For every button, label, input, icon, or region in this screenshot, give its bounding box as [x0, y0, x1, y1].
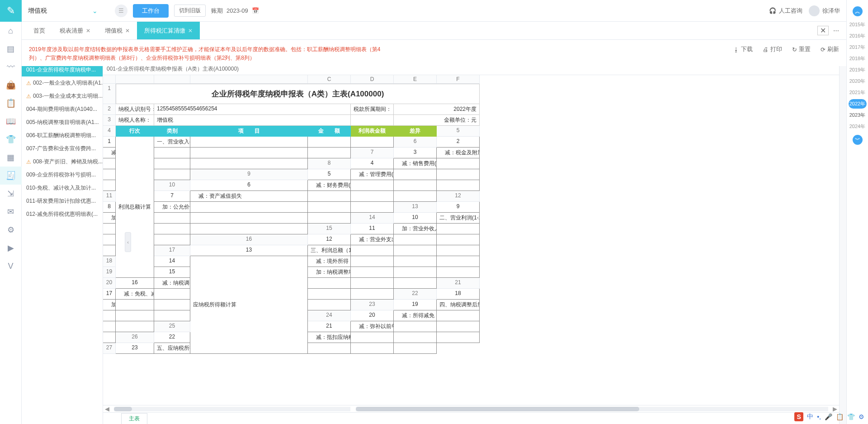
year-2024年[interactable]: 2024年 — [849, 122, 867, 131]
tab-首页[interactable]: 首页 — [26, 22, 52, 39]
user-menu[interactable]: 徐泽华 — [809, 5, 840, 16]
form-item[interactable]: ⚠003-一般企业成本支出明细... — [22, 90, 103, 103]
ime-opt[interactable]: 中 — [807, 413, 813, 421]
avatar — [809, 5, 820, 16]
ime-opt[interactable]: ⚙ — [859, 413, 864, 420]
form-item[interactable]: ⚠002-一般企业收入明细表(A1... — [22, 76, 103, 90]
topbar: 增值税 ⌄ ☰ 工作台 切到旧版 账期 2023-09 📅 🎧 人工咨询 徐泽华 — [22, 0, 846, 22]
nav-v-icon[interactable]: V — [0, 257, 22, 275]
form-item[interactable]: 011-研发费用加计扣除优惠... — [22, 195, 103, 208]
refresh-button[interactable]: ⟳ 刷新 — [821, 45, 839, 53]
calendar-icon: 📅 — [252, 7, 259, 14]
form-item[interactable]: ⚠008-资产折旧、摊销及纳税... — [22, 155, 103, 168]
nav-book-icon[interactable]: 📖 — [0, 112, 22, 130]
nav-gear-icon[interactable]: ⚙ — [0, 221, 22, 239]
close-icon[interactable]: ✕ — [86, 28, 90, 34]
form-item[interactable]: 012-减免所得税优惠明细表(... — [22, 208, 103, 221]
form-item[interactable]: 005-纳税调整项目明细表(A1... — [22, 116, 103, 129]
close-icon[interactable]: ✕ — [125, 28, 130, 34]
column-letters: CDEF — [103, 75, 839, 84]
print-button[interactable]: 🖨 打印 — [763, 45, 782, 53]
right-expand-grip[interactable]: ▶ — [839, 40, 846, 424]
consult-button[interactable]: 🎧 人工咨询 — [769, 7, 802, 15]
form-item[interactable]: 007-广告费和业务宣传费跨... — [22, 142, 103, 155]
year-2021年[interactable]: 2021年 — [849, 88, 867, 97]
reset-button[interactable]: ↻ 重置 — [792, 45, 811, 53]
period-picker[interactable]: 账期 2023-09 📅 — [211, 7, 259, 15]
form-item[interactable]: 004-期间费用明细表(A1040... — [22, 103, 103, 116]
spreadsheet-grid[interactable]: 1企业所得税年度纳税申报表（A类）主表(A100000)2纳税人识别号：1255… — [103, 84, 839, 354]
nav-bag-icon[interactable]: 👜 — [0, 76, 22, 94]
sheet-toolbar: ⭳ 下载 🖨 打印 ↻ 重置 ⟳ 刷新 — [733, 45, 839, 53]
year-2020年[interactable]: 2020年 — [849, 76, 867, 86]
ime-opt[interactable]: •, — [817, 413, 821, 420]
ime-badge[interactable]: S — [794, 412, 803, 421]
period-value: 2023-09 — [226, 7, 248, 14]
year-rail: ︽ 2015年2016年2017年2018年2019年2020年2021年202… — [846, 0, 868, 424]
tab-增值税[interactable]: 增值税✕ — [98, 22, 137, 39]
nav-shirt-icon[interactable]: 👕 — [0, 130, 22, 148]
tab-所得税汇算清缴[interactable]: 所得税汇算清缴✕ — [137, 22, 200, 39]
year-2015年[interactable]: 2015年 — [849, 20, 867, 29]
nav-grid-icon[interactable]: ▦ — [0, 148, 22, 167]
forms-list: 001-企业所得税年度纳税申...⚠002-一般企业收入明细表(A1...⚠00… — [22, 63, 103, 424]
period-label: 账期 — [211, 7, 223, 15]
list-toggle-button[interactable]: ☰ — [115, 5, 127, 17]
form-item[interactable]: 009-企业所得税弥补亏损明... — [22, 168, 103, 181]
nav-home-icon[interactable]: ⌂ — [0, 22, 22, 40]
company-selector[interactable]: 增值税 ⌄ — [28, 7, 109, 15]
form-item[interactable]: 010-免税、减计收入及加计... — [22, 181, 103, 195]
workbench-button[interactable]: 工作台 — [133, 4, 169, 18]
year-2019年[interactable]: 2019年 — [849, 65, 867, 75]
ime-opt[interactable]: 👕 — [847, 413, 855, 420]
collapse-grip[interactable]: ‹ — [125, 232, 131, 252]
ime-opt[interactable]: 🎤 — [825, 413, 832, 420]
close-all-icon[interactable]: ✕ — [817, 26, 829, 35]
form-item[interactable]: 006-职工薪酬纳税调整明细... — [22, 129, 103, 142]
tabs-more-icon[interactable]: ⋯ — [833, 27, 839, 34]
user-name: 徐泽华 — [822, 7, 840, 15]
nav-doc-icon[interactable]: ▤ — [0, 40, 22, 58]
ime-bar: S 中 •, 🎤 📋 👕 ⚙ — [794, 412, 864, 421]
chevron-down-icon: ⌄ — [92, 7, 98, 14]
close-icon[interactable]: ✕ — [188, 28, 193, 34]
app-logo: ✎ — [0, 0, 22, 22]
tab-税表清册[interactable]: 税表清册✕ — [52, 22, 98, 39]
nav-video-icon[interactable]: ▶ — [0, 239, 22, 257]
nav-clip-icon[interactable]: 📋 — [0, 94, 22, 112]
nav-tax-icon[interactable]: 🧾 — [0, 167, 22, 185]
h-scrollbar[interactable]: ◀ ▶ — [103, 405, 839, 412]
tab-bar: 首页税表清册✕增值税✕所得税汇算清缴✕ ✕ ⋯ — [22, 22, 846, 40]
year-2023年[interactable]: 2023年 — [849, 110, 867, 120]
ime-opt[interactable]: 📋 — [836, 413, 844, 420]
nav-export-icon[interactable]: ⇲ — [0, 185, 22, 203]
year-2022年[interactable]: 2022年 — [849, 99, 867, 109]
year-2016年[interactable]: 2016年 — [849, 31, 867, 41]
company-name: 增值税 — [28, 7, 47, 15]
year-down-icon[interactable]: ︾ — [853, 135, 863, 145]
nav-inbox-icon[interactable]: ✉ — [0, 203, 22, 221]
year-2017年[interactable]: 2017年 — [849, 43, 867, 52]
sheet-tabs: 主表 — [103, 412, 839, 424]
year-2018年[interactable]: 2018年 — [849, 54, 867, 63]
sheet-tab-main[interactable]: 主表 — [121, 413, 147, 424]
warn-icon: ⚠ — [26, 80, 31, 86]
nav-chart-icon[interactable]: 〰 — [0, 58, 22, 76]
warn-icon: ⚠ — [26, 159, 31, 165]
switch-old-button[interactable]: 切到旧版 — [174, 5, 206, 17]
warning-notice: 2019年度涉及取以前年度结转数据的申报表单元格需要手工维护正确，才能保证本年及… — [29, 45, 391, 62]
download-button[interactable]: ⭳ 下载 — [733, 45, 753, 53]
left-sidebar: ✎ ⌂ ▤ 〰 👜 📋 📖 👕 ▦ 🧾 ⇲ ✉ ⚙ ▶ V — [0, 0, 22, 424]
warn-icon: ⚠ — [26, 93, 31, 100]
year-up-icon[interactable]: ︽ — [853, 6, 863, 16]
